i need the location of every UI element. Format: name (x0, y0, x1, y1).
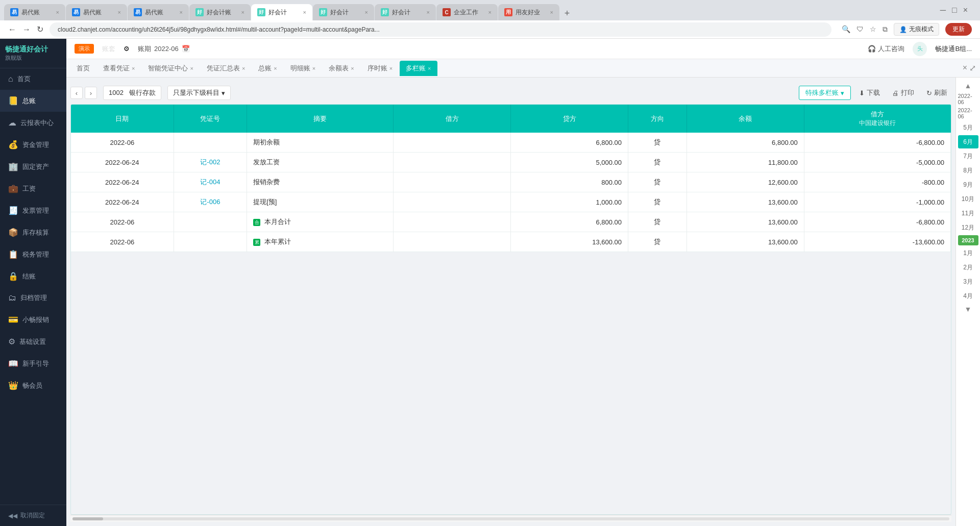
tab-smart-center[interactable]: 智能凭证中心 × (142, 61, 199, 76)
tab-seq-ledger[interactable]: 序时账 × (361, 61, 399, 76)
tab-4-close[interactable]: × (241, 9, 244, 15)
tab-balance-table[interactable]: 余额表 × (323, 61, 360, 76)
tab-multi-ledger[interactable]: 多栏账 × (400, 61, 437, 76)
cell-voucher-3[interactable]: 记-004 (174, 172, 247, 192)
back-button[interactable]: ← (8, 25, 16, 34)
sidebar-item-closing[interactable]: 🔒 结账 (0, 265, 66, 287)
tab-detail-ledger[interactable]: 明细账 × (284, 61, 322, 76)
month-nav-may[interactable]: 5月 (958, 121, 978, 134)
special-multi-ledger-button[interactable]: 特殊多栏账 ▾ (799, 86, 851, 100)
month-nav-june[interactable]: 6月 (958, 135, 978, 148)
sidebar-item-settings[interactable]: ⚙ 基础设置 (0, 331, 66, 353)
split-view-icon[interactable]: ⧉ (883, 25, 888, 34)
tab-1-close[interactable]: × (56, 9, 59, 15)
tab-2-close[interactable]: × (118, 9, 121, 15)
month-nav-2022-06-1[interactable]: 2022-06 (958, 92, 978, 106)
account-selector[interactable]: 1002 银行存款 (103, 86, 161, 100)
sidebar-item-payroll[interactable]: 💼 工资 (0, 178, 66, 199)
close-window-icon[interactable]: × (963, 6, 968, 15)
tab-multi-ledger-close[interactable]: × (428, 65, 431, 71)
next-account-button[interactable]: › (85, 87, 97, 99)
refresh-button[interactable]: ↻ 刷新 (922, 86, 951, 100)
sidebar-item-expense[interactable]: 💳 小畅报销 (0, 309, 66, 331)
tab-detail-ledger-close[interactable]: × (312, 65, 315, 71)
minimize-icon[interactable]: ─ (940, 6, 946, 15)
url-input[interactable]: cloud2.chanjet.com/accounting/uh26t264j5… (50, 22, 831, 37)
tab-8-close[interactable]: × (488, 9, 492, 15)
tab-7-close[interactable]: × (427, 9, 430, 15)
sidebar-item-membership[interactable]: 👑 畅会员 (0, 374, 66, 396)
sidebar-item-cloud-report[interactable]: ☁ 云报表中心 (0, 112, 66, 134)
browser-tab-3[interactable]: 易 易代账 × (128, 4, 189, 20)
consult-button[interactable]: 🎧 人工咨询 (868, 44, 904, 54)
browser-tab-8[interactable]: C 企业工作 × (436, 4, 498, 20)
sidebar-item-fund-mgmt[interactable]: 💰 资金管理 (0, 134, 66, 156)
tab-view-voucher[interactable]: 查看凭证 × (97, 61, 141, 76)
wuhen-mode-button[interactable]: 👤 无痕模式 (894, 23, 939, 36)
browser-tab-4[interactable]: 好 好会计账 × (189, 4, 251, 20)
cell-voucher-4[interactable]: 记-006 (174, 192, 247, 212)
tab-general-ledger[interactable]: 总账 × (252, 61, 283, 76)
month-nav-up-arrow[interactable]: ▲ (963, 80, 974, 92)
tab-6-close[interactable]: × (365, 9, 368, 15)
expand-icon[interactable]: ⤢ (969, 63, 976, 73)
month-nav-sep[interactable]: 9月 (958, 178, 978, 191)
tab-view-voucher-close[interactable]: × (132, 65, 135, 71)
month-nav-jan[interactable]: 1月 (958, 246, 978, 260)
month-nav-2022-06-2[interactable]: 2022-06 (958, 107, 978, 120)
filter-select[interactable]: 只显示下级科目 ▾ (167, 86, 231, 100)
sidebar-item-inventory[interactable]: 📦 库存核算 (0, 221, 66, 243)
sidebar-item-fixed-assets[interactable]: 🏢 固定资产 (0, 156, 66, 178)
browser-tab-1[interactable]: 易 易代账 × (4, 4, 65, 20)
month-nav-feb[interactable]: 2月 (958, 261, 978, 274)
sidebar-item-tax[interactable]: 📋 税务管理 (0, 243, 66, 265)
month-nav-mar[interactable]: 3月 (958, 275, 978, 288)
calendar-icon[interactable]: 📅 (182, 45, 190, 53)
month-nav-july[interactable]: 7月 (958, 149, 978, 163)
update-button[interactable]: 更新 (945, 23, 972, 36)
month-nav-down-arrow[interactable]: ▼ (963, 303, 974, 315)
sidebar-item-general-ledger[interactable]: 📒 总账 (0, 90, 66, 112)
maximize-icon[interactable]: □ (952, 6, 957, 15)
sidebar-item-archive[interactable]: 🗂 归档管理 (0, 287, 66, 309)
shield-icon[interactable]: 🛡 (856, 25, 864, 34)
search-icon[interactable]: 🔍 (842, 25, 850, 34)
voucher-link-3[interactable]: 记-004 (200, 178, 220, 186)
browser-tab-7[interactable]: 好 好会计 × (375, 4, 436, 20)
scrollbar-thumb[interactable] (72, 517, 103, 520)
tab-5-close[interactable]: × (303, 9, 306, 15)
reload-button[interactable]: ↻ (37, 24, 43, 34)
tab-smart-center-close[interactable]: × (190, 65, 193, 71)
tab-3-close[interactable]: × (180, 9, 183, 15)
horizontal-scrollbar[interactable] (70, 515, 951, 522)
tab-balance-table-close[interactable]: × (351, 65, 354, 71)
prev-account-button[interactable]: ‹ (70, 87, 83, 99)
month-nav-aug[interactable]: 8月 (958, 164, 978, 177)
month-nav-dec[interactable]: 12月 (958, 221, 978, 234)
sidebar-unpin[interactable]: ◀◀ 取消固定 (0, 505, 66, 526)
print-button[interactable]: 🖨 打印 (888, 86, 918, 100)
sidebar-item-guide[interactable]: 📖 新手引导 (0, 353, 66, 374)
browser-tab-6[interactable]: 好 好会计 × (313, 4, 374, 20)
collapse-icon[interactable]: × (963, 63, 967, 73)
browser-tab-2[interactable]: 易 易代账 × (66, 4, 127, 20)
sidebar-item-home[interactable]: ⌂ 首页 (0, 68, 66, 90)
month-nav-oct[interactable]: 10月 (958, 192, 978, 206)
tab-seq-ledger-close[interactable]: × (389, 65, 393, 71)
browser-tab-5[interactable]: 好 好会计 × (251, 4, 312, 20)
voucher-link-2[interactable]: 记-002 (200, 158, 220, 166)
cell-voucher-2[interactable]: 记-002 (174, 153, 247, 172)
sidebar-item-invoice[interactable]: 🧾 发票管理 (0, 199, 66, 221)
tab-home[interactable]: 首页 (70, 61, 96, 76)
month-nav-apr[interactable]: 4月 (958, 289, 978, 303)
settings-gear-icon[interactable]: ⚙ (124, 45, 130, 53)
tab-voucher-summary[interactable]: 凭证汇总表 × (201, 61, 251, 76)
star-icon[interactable]: ☆ (870, 25, 876, 34)
download-button[interactable]: ⬇ 下载 (855, 86, 884, 100)
tab-voucher-summary-close[interactable]: × (242, 65, 245, 71)
forward-button[interactable]: → (22, 25, 31, 34)
browser-tab-9[interactable]: 用 用友好业 × (498, 4, 559, 20)
new-tab-button[interactable]: + (560, 6, 574, 20)
voucher-link-4[interactable]: 记-006 (200, 198, 220, 206)
tab-general-ledger-close[interactable]: × (274, 65, 277, 71)
